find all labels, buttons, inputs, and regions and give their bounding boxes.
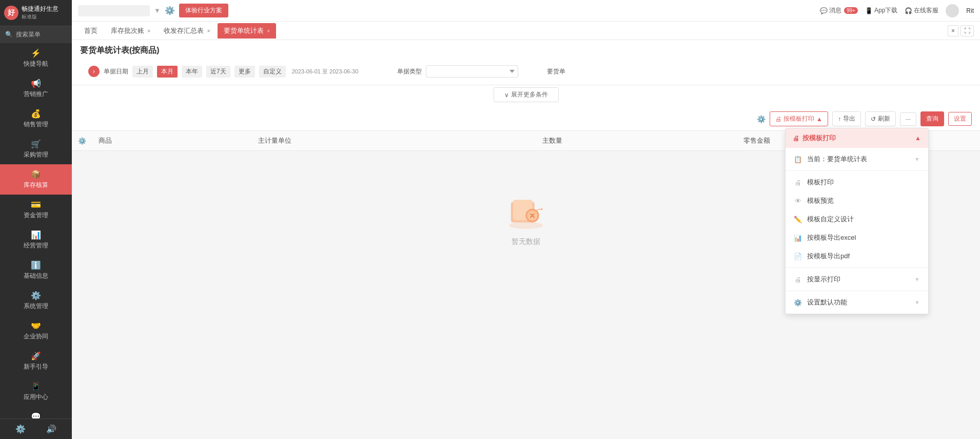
topbar-gear-icon[interactable]: ⚙️ [165,6,175,15]
tab-inventory-batch-label: 库存批次账 [111,26,144,35]
template-preview-label: 模板预览 [807,196,920,205]
audio-icon[interactable]: 🔊 [46,424,56,434]
inventory-icon: 📦 [31,169,41,179]
dropdown-item-export-excel[interactable]: 📊 按模板导出excel [786,228,928,247]
refresh-btn[interactable]: ↺ 刷新 [865,111,896,126]
current-icon: 📋 [794,156,802,163]
print-template-btn[interactable]: 🖨 按模板打印 ▲ [770,111,828,126]
sidebar-item-wechat[interactable]: 💬 企业微信 [0,407,72,418]
sidebar-item-finance[interactable]: 💳 资金管理 [0,195,72,225]
tab-summary[interactable]: 收发存汇总表 × [158,23,216,39]
col-gear: ⚙️ [72,131,92,151]
period-btn-more[interactable]: 更多 [234,66,255,78]
refresh-label: 刷新 [878,114,890,123]
current-arrow: ▼ [914,156,920,162]
message-badge: 99+ [844,7,858,14]
sidebar-search[interactable]: 🔍 搜索菜单 [0,26,72,43]
online-service-section[interactable]: 🎧 在线客服 [905,6,938,15]
more-btn[interactable]: ··· [900,112,916,126]
filter-expand-arrow[interactable]: › [88,66,100,77]
tabs-actions: × ⛶ [948,25,974,36]
tab-inventory-batch[interactable]: 库存批次账 × [105,23,156,39]
topbar-search-input[interactable] [78,5,150,16]
dropdown-title-label: 按模板打印 [802,133,836,143]
sidebar-item-app-center[interactable]: 📱 应用中心 [0,376,72,407]
settings-btn[interactable]: 设置 [948,112,972,126]
app-center-icon: 📱 [31,381,41,391]
expand-more-btn[interactable]: ∨ 展开更多条件 [494,87,559,102]
dropdown-item-display-print[interactable]: 🖨 按显示打印 ▼ [786,270,928,289]
sidebar-item-purchase[interactable]: 🛒 采购管理 [0,134,72,164]
dropdown-item-preview[interactable]: 👁 模板预览 [786,192,928,210]
settings-icon[interactable]: ⚙️ [15,424,26,434]
display-print-icon: 🖨 [794,276,802,283]
sidebar-item-label: 基础信息 [24,272,48,280]
export-btn[interactable]: ↑ 导出 [832,111,861,126]
sidebar-item-sales[interactable]: 💰 销售管理 [0,104,72,134]
sidebar-item-system[interactable]: ⚙️ 系统管理 [0,285,72,316]
operations-icon: 📊 [31,230,41,240]
message-label: 消息 [829,6,841,15]
info-icon: ℹ️ [31,260,41,270]
topbar-dropdown-icon[interactable]: ▼ [154,7,161,14]
tab-home[interactable]: 首页 [78,23,104,39]
dropdown-item-set-default[interactable]: ⚙️ 设置默认功能 ▼ [786,293,928,312]
marketing-icon: 📢 [31,79,41,88]
type-filter-select[interactable] [426,65,518,78]
sidebar-item-enterprise[interactable]: 🤝 企业协同 [0,316,72,346]
toolbar-gear-icon[interactable]: ⚙️ [757,115,766,123]
sidebar-item-quick-nav[interactable]: ⚡ 快捷导航 [0,43,72,73]
promo-button[interactable]: 体验行业方案 [179,4,228,17]
sidebar-item-marketing[interactable]: 📢 营销推广 [0,73,72,104]
dropdown-close-chevron[interactable]: ▲ [915,135,921,142]
col-product: 商品 [92,131,252,151]
sidebar-item-label: 经营管理 [24,241,48,250]
yaohuodan-label: 要货单 [547,67,565,76]
sidebar-item-inventory[interactable]: 📦 库存核算 [0,164,72,195]
period-btn-7days[interactable]: 近7天 [206,66,230,78]
sidebar-item-operations[interactable]: 📊 经营管理 [0,225,72,255]
period-btn-last-month[interactable]: 上月 [132,66,153,78]
dropdown-items-section: 🖨 模板打印 👁 模板预览 ✏️ 模板自定义设计 📊 按模板导出excel [786,171,928,268]
sidebar-item-label: 企业协同 [24,332,48,341]
date-range-display: 2023-06-01 至 2023-06-30 [292,68,359,75]
dropdown-item-print[interactable]: 🖨 模板打印 [786,173,928,192]
tab-summary-close[interactable]: × [207,28,210,34]
sidebar-item-info[interactable]: ℹ️ 基础信息 [0,255,72,285]
svg-point-0 [509,222,543,228]
tab-order-stats-close[interactable]: × [267,28,270,34]
dropdown-item-export-pdf[interactable]: 📄 按模板导出pdf [786,247,928,265]
sidebar-item-label: 快捷导航 [24,60,48,68]
expand-arrow-icon: ∨ [504,91,509,99]
sidebar-item-label: 应用中心 [24,393,48,402]
period-btn-this-month[interactable]: 本月 [157,66,178,78]
tabs-expand[interactable]: ⛶ [961,25,974,36]
tab-inventory-batch-close[interactable]: × [147,28,150,34]
sidebar-item-label: 营销推广 [24,90,48,99]
no-data-illustration [500,192,552,233]
avatar[interactable] [946,4,959,17]
app-download-section[interactable]: 📱 App下载 [865,6,897,15]
message-icon: 💬 [820,7,828,14]
message-section[interactable]: 💬 消息 99+ [820,6,858,15]
dropdown-item-custom-design[interactable]: ✏️ 模板自定义设计 [786,210,928,228]
wechat-icon: 💬 [31,412,41,418]
dropdown-default-section: ⚙️ 设置默认功能 ▼ [786,291,928,314]
tabs-close-all[interactable]: × [948,25,958,36]
page-title: 要货单统计表(按商品) [80,45,972,56]
newbie-icon: 🚀 [31,351,41,361]
sidebar-item-newbie[interactable]: 🚀 新手引导 [0,346,72,376]
display-print-arrow: ▼ [914,276,920,282]
topbar: ▼ ⚙️ 体验行业方案 💬 消息 99+ 📱 App下载 🎧 在线客服 Rit [72,0,980,22]
template-preview-icon: 👁 [794,197,802,205]
set-default-icon: ⚙️ [794,299,802,307]
period-btn-custom[interactable]: 自定义 [259,66,286,78]
settings-label: 设置 [954,115,966,122]
period-btn-this-year[interactable]: 本年 [182,66,202,78]
tab-order-stats[interactable]: 要货单统计表 × [218,23,276,39]
query-btn[interactable]: 查询 [920,111,944,126]
query-label: 查询 [926,114,938,123]
more-label: ··· [906,116,911,123]
main-area: ▼ ⚙️ 体验行业方案 💬 消息 99+ 📱 App下载 🎧 在线客服 Rit [72,0,980,439]
dropdown-current-item[interactable]: 📋 当前：要货单统计表 ▼ [786,150,928,168]
